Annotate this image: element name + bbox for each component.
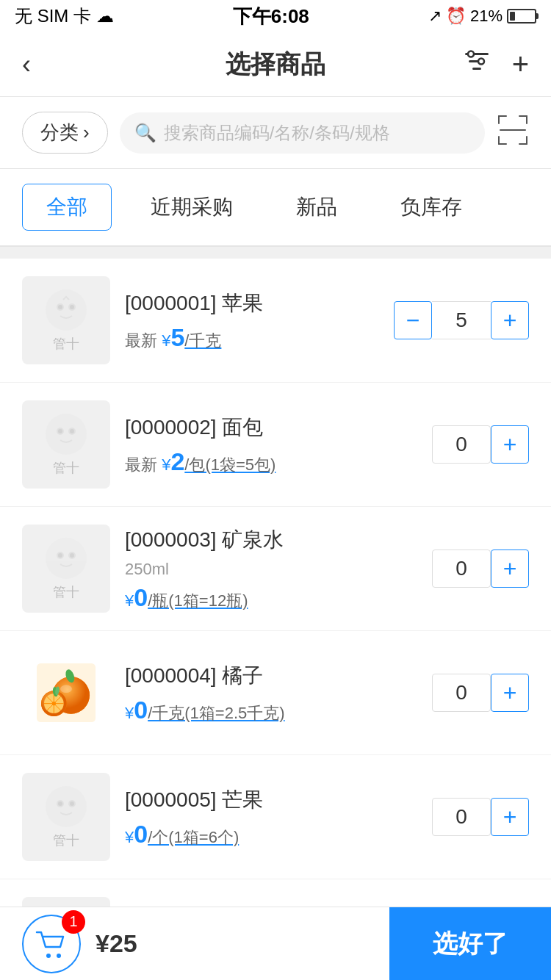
alarm-icon: ⏰ bbox=[446, 7, 466, 26]
svg-rect-12 bbox=[526, 136, 527, 145]
quantity-control-0000005: + bbox=[432, 798, 529, 836]
svg-point-48 bbox=[70, 801, 74, 806]
scan-button[interactable] bbox=[497, 114, 529, 152]
product-image-0000005: 管十 bbox=[22, 773, 110, 861]
tab-new[interactable]: 新品 bbox=[272, 184, 361, 231]
product-price: ¥0/瓶(1箱=12瓶) bbox=[125, 583, 417, 612]
product-spec: 250ml bbox=[125, 560, 417, 579]
cart-badge: 1 bbox=[62, 910, 85, 934]
svg-point-22 bbox=[58, 429, 62, 433]
cart-icon bbox=[35, 929, 68, 959]
increase-button[interactable]: + bbox=[491, 425, 529, 464]
status-time: 下午6:08 bbox=[233, 4, 309, 29]
product-info-0000005: [0000005] 芒果 ¥0/个(1箱=6个) bbox=[125, 786, 417, 849]
table-row: 管十 [0000001] 苹果 最新 ¥5/千克 − + bbox=[0, 259, 551, 383]
svg-rect-6 bbox=[498, 115, 500, 124]
product-info-0000003: [0000003] 矿泉水 250ml ¥0/瓶(1箱=12瓶) bbox=[125, 526, 417, 612]
svg-point-59 bbox=[46, 954, 51, 958]
svg-point-4 bbox=[478, 59, 484, 65]
product-info-0000004: [0000004] 橘子 ¥0/千克(1箱=2.5千克) bbox=[125, 662, 417, 724]
tab-row: 全部 近期采购 新品 负库存 bbox=[0, 169, 551, 247]
quantity-control-0000004: + bbox=[432, 674, 529, 712]
product-image-0000003: 管十 bbox=[22, 525, 110, 613]
product-image-0000004 bbox=[22, 649, 110, 737]
product-price: 最新 ¥5/千克 bbox=[125, 323, 379, 352]
battery-percent: 21% bbox=[470, 7, 503, 26]
bottom-bar: 1 ¥25 选好了 bbox=[0, 907, 551, 980]
tab-negative[interactable]: 负库存 bbox=[376, 184, 486, 231]
svg-point-44 bbox=[46, 786, 87, 827]
table-row: 管十 [0000002] 面包 最新 ¥2/包(1袋=5包) + bbox=[0, 383, 551, 507]
increase-button[interactable]: + bbox=[491, 301, 529, 339]
search-placeholder: 搜索商品编码/名称/条码/规格 bbox=[164, 121, 390, 145]
battery-icon bbox=[507, 9, 536, 24]
filter-button[interactable] bbox=[464, 48, 490, 81]
cart-area: 1 ¥25 bbox=[0, 915, 389, 973]
quantity-control-0000003: + bbox=[432, 550, 529, 588]
quantity-control-0000001: − + bbox=[394, 301, 529, 339]
quantity-input[interactable] bbox=[432, 425, 491, 464]
status-left: 无 SIM 卡 ☁ bbox=[15, 4, 114, 28]
filter-row: 分类 › 🔍 搜索商品编码/名称/条码/规格 bbox=[0, 97, 551, 169]
svg-point-23 bbox=[70, 429, 74, 433]
location-icon: ↗ bbox=[428, 7, 442, 26]
table-row: [0000004] 橘子 ¥0/千克(1箱=2.5千克) + bbox=[0, 631, 551, 755]
svg-rect-13 bbox=[500, 129, 526, 131]
product-price: ¥0/个(1箱=6个) bbox=[125, 820, 417, 849]
category-button[interactable]: 分类 › bbox=[22, 112, 108, 154]
svg-point-41 bbox=[52, 702, 56, 705]
status-right: ↗ ⏰ 21% bbox=[428, 7, 536, 26]
tab-recent[interactable]: 近期采购 bbox=[126, 184, 257, 231]
tab-all[interactable]: 全部 bbox=[22, 184, 112, 231]
increase-button[interactable]: + bbox=[491, 550, 529, 588]
cart-button[interactable]: 1 bbox=[22, 915, 81, 973]
product-price: ¥0/千克(1箱=2.5千克) bbox=[125, 696, 417, 724]
svg-point-24 bbox=[46, 538, 87, 579]
nav-bar: ‹ 选择商品 + bbox=[0, 32, 551, 97]
quantity-control-0000002: + bbox=[432, 425, 529, 464]
product-info-0000002: [0000002] 面包 最新 ¥2/包(1袋=5包) bbox=[125, 414, 417, 476]
product-name: [0000004] 橘子 bbox=[125, 662, 417, 690]
table-row: 管十 [0000003] 矿泉水 250ml ¥0/瓶(1箱=12瓶) + bbox=[0, 507, 551, 631]
increase-button[interactable]: + bbox=[491, 798, 529, 836]
nav-actions: + bbox=[464, 48, 529, 81]
increase-button[interactable]: + bbox=[491, 674, 529, 712]
decrease-button[interactable]: − bbox=[394, 301, 432, 339]
cart-total: ¥25 bbox=[96, 929, 137, 958]
sim-status: 无 SIM 卡 ☁ bbox=[15, 4, 114, 28]
quantity-input[interactable] bbox=[432, 674, 491, 712]
svg-rect-8 bbox=[526, 115, 527, 124]
svg-point-14 bbox=[46, 289, 87, 331]
table-row: 管十 [0000005] 芒果 ¥0/个(1箱=6个) + bbox=[0, 755, 551, 879]
quantity-input[interactable] bbox=[432, 550, 491, 588]
section-divider bbox=[0, 247, 551, 259]
product-name: [0000002] 面包 bbox=[125, 414, 417, 442]
svg-rect-2 bbox=[472, 68, 481, 70]
tangerine-illustration bbox=[37, 663, 96, 722]
svg-point-60 bbox=[57, 954, 61, 958]
status-bar: 无 SIM 卡 ☁ 下午6:08 ↗ ⏰ 21% bbox=[0, 0, 551, 32]
svg-point-3 bbox=[468, 51, 474, 57]
svg-point-47 bbox=[58, 801, 62, 806]
svg-point-28 bbox=[70, 553, 74, 558]
quantity-input[interactable] bbox=[432, 301, 491, 339]
add-product-button[interactable]: + bbox=[512, 48, 529, 81]
back-button[interactable]: ‹ bbox=[22, 49, 66, 80]
search-box[interactable]: 🔍 搜索商品编码/名称/条码/规格 bbox=[120, 112, 485, 154]
quantity-input[interactable] bbox=[432, 798, 491, 836]
svg-point-17 bbox=[58, 305, 62, 309]
product-name: [0000003] 矿泉水 bbox=[125, 526, 417, 554]
svg-point-32 bbox=[60, 685, 72, 693]
confirm-button[interactable]: 选好了 bbox=[389, 907, 551, 980]
page-title: 选择商品 bbox=[226, 48, 325, 82]
svg-point-27 bbox=[58, 553, 62, 558]
product-name: [0000001] 苹果 bbox=[125, 289, 379, 317]
svg-rect-10 bbox=[498, 136, 500, 145]
product-name: [0000005] 芒果 bbox=[125, 786, 417, 814]
svg-point-18 bbox=[70, 305, 74, 309]
search-icon: 🔍 bbox=[134, 123, 156, 143]
product-image-0000002: 管十 bbox=[22, 400, 110, 489]
product-price: 最新 ¥2/包(1袋=5包) bbox=[125, 447, 417, 476]
product-image-0000001: 管十 bbox=[22, 276, 110, 364]
product-list: 管十 [0000001] 苹果 最新 ¥5/千克 − + bbox=[0, 259, 551, 980]
